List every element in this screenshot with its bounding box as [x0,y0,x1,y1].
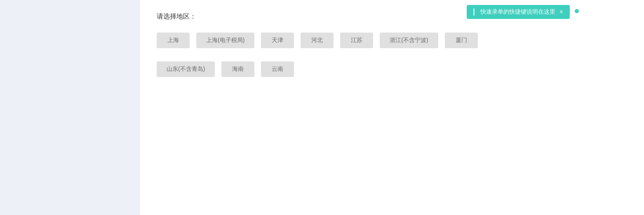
region-buttons: 上海上海(电子税局)天津河北江苏浙江(不含宁波)厦门山东(不含青岛)海南云南 [157,33,628,77]
region-btn-jiangsu[interactable]: 江苏 [340,33,373,48]
main-content: 请选择地区： 上海上海(电子税局)天津河北江苏浙江(不含宁波)厦门山东(不含青岛… [140,0,644,215]
region-btn-xiamen[interactable]: 厦门 [445,33,478,48]
region-btn-shanghai-etax[interactable]: 上海(电子税局) [196,33,254,48]
sidebar [0,0,140,215]
region-btn-shanghai[interactable]: 上海 [157,33,190,48]
region-btn-tianjin[interactable]: 天津 [261,33,294,48]
region-btn-hainan[interactable]: 海南 [221,61,254,77]
tooltip-text: 快速录单的快捷键说明在这里 [480,8,555,16]
tooltip-bubble: 快速录单的快捷键说明在这里 × [467,5,570,19]
tooltip-close-button[interactable]: × [559,9,563,15]
region-btn-shandong[interactable]: 山东(不含青岛) [157,61,215,77]
region-btn-yunnan[interactable]: 云南 [261,61,294,77]
region-btn-hebei[interactable]: 河北 [301,33,334,48]
tooltip-dot [575,9,579,13]
region-btn-zhejiang[interactable]: 浙江(不含宁波) [380,33,438,48]
